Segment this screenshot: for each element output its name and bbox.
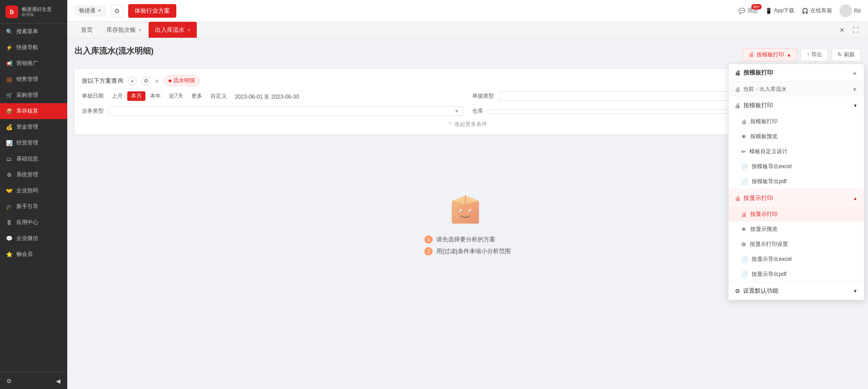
topbar-settings-btn[interactable]: ⚙ [111,5,124,17]
sidebar-item-member[interactable]: ⭐ 畅会员 [0,246,67,262]
basic-icon: 🗂 [5,155,13,163]
date-option-this-year[interactable]: 本年 [146,91,165,101]
refresh-btn[interactable]: ↻ 刷新 [832,48,861,61]
logo-text: 畅捷通好生意 标准版 [22,6,52,18]
print-icon: 🖨 [748,51,754,58]
industry-btn[interactable]: 体验行业方案 [128,4,176,18]
dropdown-section-display-header[interactable]: 🖨 按显示打印 ▲ [728,190,864,207]
refresh-icon: ↻ [838,51,842,58]
biz-type-filter-group: 业务类型 ▼ [82,106,463,116]
settings-bottom-icon[interactable]: ⚙ [5,377,13,384]
sidebar-item-wechat[interactable]: 💬 企业微信 [0,230,67,246]
print-template-btn[interactable]: 🖨 按模板打印 ▲ [743,48,797,61]
date-option-7days[interactable]: 近7天 [165,91,187,101]
tab-batch-close-icon[interactable]: × [139,27,141,33]
dropdown-item-display-preview[interactable]: 👁 按显示预览 [728,222,864,237]
user-avatar-area[interactable]: Rit [839,5,861,17]
default-section-toggle-icon: ▼ [853,289,858,294]
filter-tag[interactable]: 流水明细 [164,75,200,86]
display-settings-icon: ⚙ [741,241,746,248]
dropdown-header-print-icon: 🖨 [735,70,741,76]
avatar [839,5,852,17]
sidebar-item-basic[interactable]: 🗂 基础信息 [0,151,67,167]
close-all-tabs-btn[interactable]: ✕ [837,25,847,35]
dropdown-item-display-settings[interactable]: ⚙ 按显示打印设置 [728,237,864,252]
date-option-last-month[interactable]: 上月 [108,91,126,101]
sidebar-item-inventory[interactable]: 📦 库存核算 [0,103,67,119]
dropdown-section-display: 🖨 按显示打印 ▲ 🖨 按显示打印 👁 按显示预览 ⚙ 按显示打印设置 [728,190,864,282]
export-btn[interactable]: ↑ 导出 [801,48,828,61]
sidebar-item-guide[interactable]: 🎓 新手引导 [0,199,67,214]
filter-settings-btn[interactable]: ⚙ [141,76,150,85]
template-print-icon: 🖨 [741,119,747,125]
dropdown-item-template-preview[interactable]: 👁 按模板预览 [728,129,864,144]
headset-icon: 🎧 [802,8,808,14]
date-option-custom[interactable]: 自定义 [207,91,230,101]
dropdown-section-template-header[interactable]: 🖨 按模板打印 ▼ [728,97,864,114]
default-section-icon: ⚙ [735,288,740,294]
export-icon: ↑ [807,51,809,58]
dropdown-section-default: ⚙ 设置默认功能 ▼ [728,282,864,300]
sidebar-nav: 🔍 搜索菜单 ⚡ 快捷导航 📢 营销推广 💼 销售管理 🛒 采购管理 📦 库存核… [0,24,67,372]
app-download-btn[interactable]: 📱 App下载 [765,7,794,15]
sidebar-item-finance[interactable]: 💰 资金管理 [0,119,67,135]
purchase-icon: 🛒 [5,92,13,99]
tabbar-actions: ✕ ⛶ [837,25,861,35]
sales-icon: 💼 [5,76,13,83]
dropdown-item-template-excel[interactable]: 📄 按模板导出excel [728,159,864,174]
sidebar-item-collab[interactable]: 🤝 企业协同 [0,183,67,199]
filter-collapse-btn[interactable]: « [155,77,159,85]
empty-steps: 1 请先选择要分析的方案 2 用[过滤]条件来缩小分析范围 [424,235,510,255]
sidebar-item-marketing[interactable]: 📢 营销推广 [0,55,67,71]
dropdown-item-template-print[interactable]: 🖨 按模板打印 [728,114,864,129]
display-section-toggle-icon: ▲ [853,196,858,201]
inventory-icon: 📦 [5,108,13,115]
expand-btn[interactable]: ⛶ [851,25,861,35]
online-service-btn[interactable]: 🎧 在线客服 [802,7,832,15]
page-title: 出入库流水(流水明细) [75,45,154,56]
sidebar-item-purchase[interactable]: 🛒 采购管理 [0,87,67,103]
download-icon: 📱 [765,8,772,14]
collapse-sidebar-icon[interactable]: ◀ [55,377,62,384]
user-selector[interactable]: 畅捷通 ▼ [75,5,106,16]
sidebar-item-sales[interactable]: 💼 销售管理 [0,71,67,87]
date-option-this-month[interactable]: 本月 [127,91,145,101]
dropdown-section-default-header[interactable]: ⚙ 设置默认功能 ▼ [728,282,864,299]
tab-flow-close-icon[interactable]: × [187,27,190,33]
finance-icon: 💰 [5,124,13,131]
marketing-icon: 📢 [5,60,13,67]
dropdown-item-display-pdf[interactable]: 📄 按显示导出pdf [728,267,864,282]
dropdown-item-display-print[interactable]: 🖨 按显示打印 [728,207,864,222]
empty-step-1: 1 请先选择要分析的方案 [424,235,510,244]
dropdown-header: 🖨 按模板打印 ▲ [728,64,864,82]
message-btn[interactable]: 💬 消息 99+ [738,7,758,15]
plus-icon: + [130,77,134,85]
sidebar-item-search[interactable]: 🔍 搜索菜单 [0,24,67,40]
app-logo: b 畅捷通好生意 标准版 [0,0,67,24]
tab-flow[interactable]: 出入库流水 × [149,22,196,38]
dropdown-item-template-custom[interactable]: ✏ 模板自定义设计 [728,144,864,159]
tab-home[interactable]: 首页 [75,22,99,38]
topbar: 畅捷通 ▼ ⚙ 体验行业方案 💬 消息 99+ 📱 App下载 🎧 在线客服 [67,0,868,22]
sidebar-item-app-center[interactable]: 🎛 应用中心 [0,214,67,230]
dropdown-item-template-pdf[interactable]: 📄 按模板导出pdf [728,174,864,189]
message-icon: 💬 [738,8,745,14]
topbar-right: 💬 消息 99+ 📱 App下载 🎧 在线客服 Rit [738,5,861,17]
dropdown-current-arrow: ▼ [852,86,858,93]
date-option-more[interactable]: 更多 [188,91,206,101]
sidebar-bottom: ⚙ ◀ [0,372,67,389]
biz-type-input[interactable]: ▼ [108,106,463,116]
sidebar-item-operation[interactable]: 📊 经营管理 [0,135,67,151]
template-excel-icon: 📄 [741,164,748,170]
dropdown-item-display-excel[interactable]: 📄 按显示导出excel [728,252,864,267]
template-section-toggle-icon: ▼ [853,103,858,108]
sidebar-item-system[interactable]: ⚙ 系统管理 [0,167,67,183]
tab-batch-account[interactable]: 库存批次账 × [100,22,148,38]
date-range-display: 2023-06-01 至 2023-06-30 [235,93,299,101]
template-preview-icon: 👁 [741,134,747,140]
filter-add-btn[interactable]: + [128,76,137,85]
svg-point-5 [461,211,462,212]
display-pdf-icon: 📄 [741,271,748,278]
dropdown-collapse-btn[interactable]: ▲ [852,70,858,76]
sidebar-item-quick-nav[interactable]: ⚡ 快捷导航 [0,40,67,55]
